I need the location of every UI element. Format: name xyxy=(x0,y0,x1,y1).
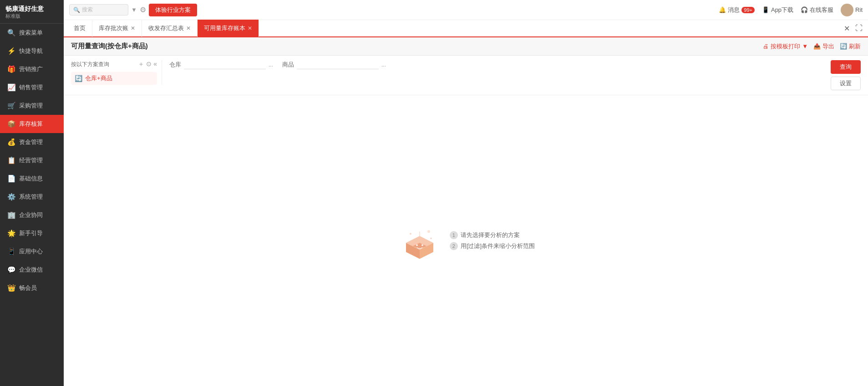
tab-close-btn[interactable]: ✕ xyxy=(842,22,852,35)
refresh-btn[interactable]: 🔄 刷新 xyxy=(840,42,861,51)
export-btn[interactable]: 📤 导出 xyxy=(813,42,834,51)
sidebar-icon-wechat: 💬 xyxy=(7,266,15,274)
brand-name: 畅康通好生意 xyxy=(5,5,58,13)
goods-more-btn[interactable]: ... xyxy=(381,62,386,68)
search-box[interactable]: 🔍 搜索 xyxy=(69,4,128,15)
sidebar-item-enterprise[interactable]: 🏢企业协同 xyxy=(0,206,64,224)
avatar xyxy=(841,4,853,16)
sidebar-item-inventory[interactable]: 📦库存核算 xyxy=(0,115,64,133)
tabbar-right: ✕ ⛶ xyxy=(842,22,868,35)
tabbar: 首页库存批次账✕收发存汇总表✕可用量库存账本✕ ✕ ⛶ xyxy=(64,20,868,37)
tab-expand-btn[interactable]: ⛶ xyxy=(853,22,864,34)
page-header-actions: 🖨 按模板打印 ▼ 📤 导出 🔄 刷新 xyxy=(763,42,861,51)
sidebar-label-marketing: 营销推广 xyxy=(19,65,43,73)
page-header: 可用量查询(按仓库+商品) 🖨 按模板打印 ▼ 📤 导出 🔄 刷新 xyxy=(64,37,868,56)
notification-item[interactable]: 🔔 消息 99+ xyxy=(719,6,755,14)
scheme-panel: 按以下方案查询 ＋ ⊙ « 🔄 仓库+商品 xyxy=(71,60,162,85)
sidebar-item-member[interactable]: 👑畅会员 xyxy=(0,279,64,297)
sidebar-item-finance[interactable]: 💰资金管理 xyxy=(0,133,64,151)
sidebar-item-basics[interactable]: 📄基础信息 xyxy=(0,170,64,188)
refresh-icon: 🔄 xyxy=(840,43,847,50)
app-download-item[interactable]: 📱 App下载 xyxy=(762,6,793,14)
scheme-panel-label: 按以下方案查询 xyxy=(71,61,109,68)
sidebar-item-sales-mgmt[interactable]: 📈销售管理 xyxy=(0,78,64,97)
filter-fields: 仓库 ... 商品 ... xyxy=(162,60,823,69)
topbar-dropdown-icon[interactable]: ▼ xyxy=(131,6,137,13)
sidebar-label-shortcut-nav: 快捷导航 xyxy=(19,47,43,55)
goods-field-group: 商品 ... xyxy=(282,60,386,69)
tab-close-batch-ledger[interactable]: ✕ xyxy=(131,25,135,31)
collapse-scheme-btn[interactable]: « xyxy=(153,60,157,68)
scheme-actions: ＋ ⊙ « xyxy=(138,60,157,68)
tab-batch-ledger[interactable]: 库存批次账✕ xyxy=(92,20,142,37)
scheme-panel-header: 按以下方案查询 ＋ ⊙ « xyxy=(71,60,157,68)
industry-btn[interactable]: 体验行业方案 xyxy=(149,4,197,16)
empty-illustration xyxy=(397,218,442,263)
tab-receive-summary[interactable]: 收发存汇总表✕ xyxy=(142,20,198,37)
sidebar-icon-search-menu: 🔍 xyxy=(7,29,15,37)
empty-tip-1: 1 请先选择要分析的方案 xyxy=(450,231,535,239)
user-name: Rit xyxy=(855,6,863,13)
phone-icon: 📱 xyxy=(762,6,769,13)
customer-service-item[interactable]: 🎧 在线客服 xyxy=(801,6,833,14)
svg-point-5 xyxy=(416,244,418,246)
tab-label-home: 首页 xyxy=(74,24,86,32)
sidebar: 畅康通好生意 标准版 🔍搜索菜单⚡快捷导航🎁营销推广📈销售管理🛒采购管理📦库存核… xyxy=(0,0,64,386)
sidebar-icon-member: 👑 xyxy=(7,284,15,292)
svg-point-10 xyxy=(430,238,431,239)
settings-btn[interactable]: 设置 xyxy=(831,77,861,90)
topbar-right: 🔔 消息 99+ 📱 App下载 🎧 在线客服 Rit xyxy=(719,4,863,16)
sidebar-icon-enterprise: 🏢 xyxy=(7,211,15,219)
warehouse-more-btn[interactable]: ... xyxy=(269,62,273,68)
query-btn[interactable]: 查询 xyxy=(831,60,861,74)
tab-label-batch-ledger: 库存批次账 xyxy=(99,24,128,32)
sidebar-item-app-center[interactable]: 📱应用中心 xyxy=(0,242,64,261)
sidebar-item-operations[interactable]: 📋经营管理 xyxy=(0,151,64,170)
tab-available-ledger[interactable]: 可用量库存账本✕ xyxy=(198,20,259,37)
sidebar-label-purchase-mgmt: 采购管理 xyxy=(19,102,43,110)
sidebar-item-system[interactable]: ⚙️系统管理 xyxy=(0,188,64,206)
sidebar-label-search-menu: 搜索菜单 xyxy=(19,29,43,37)
goods-input[interactable] xyxy=(297,60,379,69)
scheme-icon: 🔄 xyxy=(75,75,82,82)
user-item[interactable]: Rit xyxy=(841,4,863,16)
sidebar-item-wechat[interactable]: 💬企业微信 xyxy=(0,261,64,279)
svg-point-6 xyxy=(421,244,423,246)
sidebar-label-app-center: 应用中心 xyxy=(19,247,43,256)
sidebar-item-marketing[interactable]: 🎁营销推广 xyxy=(0,60,64,78)
brand-area: 畅康通好生意 标准版 xyxy=(0,0,64,24)
query-bar: 按以下方案查询 ＋ ⊙ « 🔄 仓库+商品 仓库 ... xyxy=(64,56,868,95)
sidebar-icon-marketing: 🎁 xyxy=(7,65,15,73)
settings-scheme-btn[interactable]: ⊙ xyxy=(146,60,152,68)
sidebar-item-purchase-mgmt[interactable]: 🛒采购管理 xyxy=(0,97,64,115)
sidebar-label-system: 系统管理 xyxy=(19,193,43,201)
customer-service-label: 在线客服 xyxy=(810,6,833,14)
print-btn[interactable]: 🖨 按模板打印 ▼ xyxy=(763,42,808,51)
topbar-left: 🔍 搜索 ▼ ⚙ 体验行业方案 xyxy=(69,4,715,16)
bell-icon: 🔔 xyxy=(719,6,726,13)
empty-tip-2: 2 用[过滤]条件来缩小分析范围 xyxy=(450,242,535,250)
sidebar-icon-finance: 💰 xyxy=(7,138,15,146)
tip-num-2: 2 xyxy=(450,242,458,250)
gear-icon[interactable]: ⚙ xyxy=(140,5,146,14)
sidebar-item-search-menu[interactable]: 🔍搜索菜单 xyxy=(0,24,64,42)
sidebar-icon-sales-mgmt: 📈 xyxy=(7,83,15,92)
main-area: 🔍 搜索 ▼ ⚙ 体验行业方案 🔔 消息 99+ 📱 App下载 🎧 在线客服 xyxy=(64,0,868,386)
warehouse-input[interactable] xyxy=(184,60,266,69)
print-dropdown-icon[interactable]: ▼ xyxy=(802,43,808,50)
svg-point-8 xyxy=(410,233,411,235)
tab-home[interactable]: 首页 xyxy=(67,20,92,37)
tip-text-2: 用[过滤]条件来缩小分析范围 xyxy=(461,242,535,250)
search-placeholder: 搜索 xyxy=(82,6,93,14)
sidebar-icon-operations: 📋 xyxy=(7,156,15,165)
search-icon: 🔍 xyxy=(73,7,80,13)
add-scheme-btn[interactable]: ＋ xyxy=(138,60,144,68)
goods-label: 商品 xyxy=(282,61,294,69)
topbar: 🔍 搜索 ▼ ⚙ 体验行业方案 🔔 消息 99+ 📱 App下载 🎧 在线客服 xyxy=(64,0,868,20)
scheme-item-warehouse-goods[interactable]: 🔄 仓库+商品 xyxy=(71,72,157,85)
sidebar-item-onboarding[interactable]: 🌟新手引导 xyxy=(0,224,64,242)
sidebar-item-shortcut-nav[interactable]: ⚡快捷导航 xyxy=(0,42,64,60)
tab-close-receive-summary[interactable]: ✕ xyxy=(186,25,191,31)
tab-close-available-ledger[interactable]: ✕ xyxy=(248,25,252,31)
tab-label-receive-summary: 收发存汇总表 xyxy=(148,24,184,32)
